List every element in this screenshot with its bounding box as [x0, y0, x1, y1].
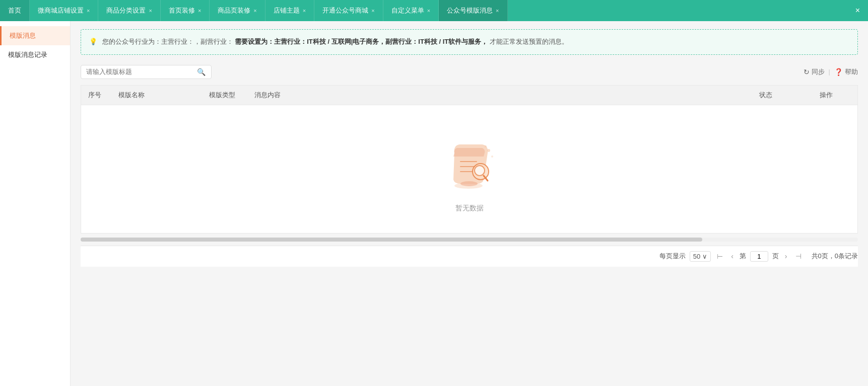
horizontal-scrollbar[interactable]: [81, 238, 858, 242]
page-size-value: 50: [693, 253, 700, 260]
table-header-row: 序号 模版名称 模版类型 消息内容 状态 操作: [81, 85, 858, 105]
nav-tab-mall[interactable]: 开通公众号商城×: [314, 0, 383, 21]
nav-tab-theme[interactable]: 店铺主题×: [265, 0, 314, 21]
nav-tab-product[interactable]: 商品页装修×: [210, 0, 265, 21]
page-size-select[interactable]: 50 ∨: [690, 251, 711, 262]
prev-page-button[interactable]: ‹: [729, 251, 736, 261]
first-page-button[interactable]: ⊢: [715, 251, 725, 261]
page-size-label: 每页显示: [659, 252, 686, 261]
nav-tab-category[interactable]: 商品分类设置×: [98, 0, 160, 21]
sidebar-item-template-msg[interactable]: 模版消息: [0, 26, 70, 45]
notice-icon: 💡: [89, 38, 97, 45]
scroll-thumb[interactable]: [81, 238, 702, 242]
close-tab-menu[interactable]: ×: [427, 8, 430, 14]
close-tab-template[interactable]: ×: [496, 8, 499, 14]
col-header-type: 模版类型: [202, 85, 247, 105]
notice-prefix: 您的公众号行业为：主营行业：，副营行业：: [102, 38, 233, 45]
close-tab-product[interactable]: ×: [253, 8, 256, 14]
toolbar-divider: |: [829, 68, 830, 75]
empty-illustration: [439, 135, 500, 196]
col-header-name: 模版名称: [111, 85, 202, 105]
empty-text: 暂无数据: [455, 204, 484, 213]
page-unit: 页: [772, 252, 779, 261]
nav-tab-homepage[interactable]: 首页装修×: [161, 0, 210, 21]
close-tab-theme[interactable]: ×: [303, 8, 306, 14]
sync-label: 同步: [812, 67, 825, 76]
page-size-dropdown-icon[interactable]: ∨: [702, 253, 707, 260]
empty-state-row: 暂无数据: [81, 105, 858, 233]
nav-tab-weishop[interactable]: 微商城店铺设置×: [30, 0, 98, 21]
sidebar-item-template-log[interactable]: 模版消息记录: [0, 45, 70, 64]
svg-point-9: [491, 156, 493, 158]
search-wrapper: 🔍: [81, 65, 212, 79]
help-label: 帮助: [845, 67, 858, 76]
pagination: 每页显示 50 ∨ ⊢ ‹ 第 页 › ⊣ 共0页，0条记录: [81, 246, 858, 267]
last-page-button[interactable]: ⊣: [793, 251, 804, 261]
col-header-action: 操作: [813, 85, 858, 105]
sidebar: 模版消息模版消息记录: [0, 21, 71, 386]
top-nav: 首页微商城店铺设置×商品分类设置×首页装修×商品页装修×店铺主题×开通公众号商城…: [0, 0, 868, 21]
page-word: 第: [740, 252, 746, 261]
svg-point-6: [475, 166, 485, 176]
main-layout: 模版消息模版消息记录 💡 您的公众号行业为：主营行业：，副营行业： 需要设置为：…: [0, 21, 868, 386]
content-area: 💡 您的公众号行业为：主营行业：，副营行业： 需要设置为：主营行业：IT科技 /…: [71, 21, 868, 386]
close-tab-weishop[interactable]: ×: [87, 8, 90, 14]
search-input[interactable]: [86, 68, 197, 75]
help-button[interactable]: ❓ 帮助: [834, 67, 858, 76]
close-tab-homepage[interactable]: ×: [198, 8, 201, 14]
svg-point-10: [485, 145, 487, 147]
data-table: 序号 模版名称 模版类型 消息内容 状态 操作: [81, 85, 858, 234]
notice-highlight: 需要设置为：主营行业：IT科技 / 互联网|电子商务，副营行业：IT科技 / I…: [235, 38, 488, 45]
nav-tab-template[interactable]: 公众号模版消息×: [439, 0, 507, 21]
close-tab-mall[interactable]: ×: [371, 8, 374, 14]
toolbar-right: ↻ 同步 | ❓ 帮助: [804, 67, 858, 76]
col-header-content: 消息内容: [247, 85, 752, 105]
sync-icon: ↻: [804, 68, 810, 76]
search-button[interactable]: 🔍: [197, 68, 206, 76]
page-input[interactable]: [750, 251, 768, 262]
notice-suffix: 才能正常发送预置的消息。: [490, 38, 568, 45]
svg-point-1: [460, 181, 478, 186]
nav-tab-menu[interactable]: 自定义菜单×: [383, 0, 439, 21]
search-bar: 🔍 ↻ 同步 | ❓ 帮助: [81, 65, 858, 79]
next-page-button[interactable]: ›: [783, 251, 789, 261]
close-tab-category[interactable]: ×: [149, 8, 152, 14]
total-info: 共0页，0条记录: [812, 252, 858, 261]
col-header-status: 状态: [752, 85, 813, 105]
sync-button[interactable]: ↻ 同步: [804, 67, 825, 76]
svg-point-8: [487, 149, 490, 152]
col-header-seq: 序号: [81, 85, 111, 105]
notice-box: 💡 您的公众号行业为：主营行业：，副营行业： 需要设置为：主营行业：IT科技 /…: [81, 29, 858, 55]
help-icon: ❓: [834, 68, 843, 76]
nav-tab-home[interactable]: 首页: [0, 0, 30, 21]
global-close-button[interactable]: ×: [847, 0, 868, 21]
empty-state: 暂无数据: [81, 105, 857, 233]
